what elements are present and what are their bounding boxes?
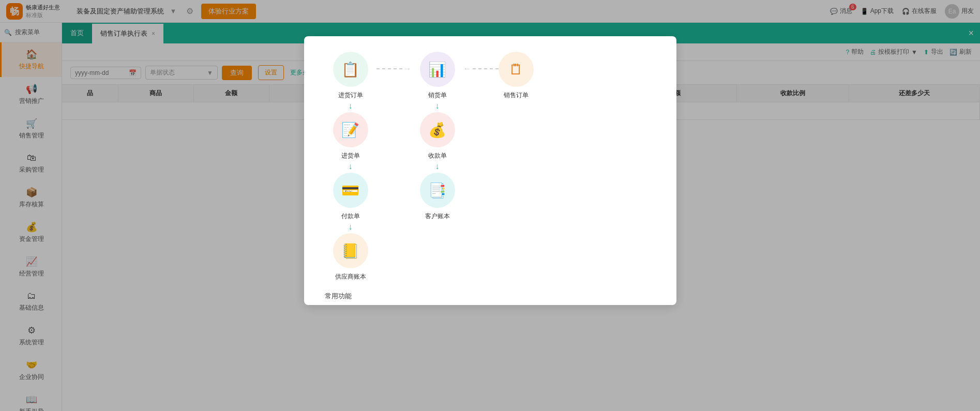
supplier-ledger-circle: 📒: [333, 233, 368, 268]
flow-col-left: 📋 进货订单 ↓ 📝 进货单 ↓ 💳 付款单 ↓ 📒: [325, 52, 376, 281]
common-functions-section: 常用功能 商品 往来单位 现存量(库存状况表) 现存量(库存分布表) 销售毛利分…: [325, 292, 656, 305]
h-arrow-right: ←: [463, 52, 499, 73]
arrow-down-2: ↓: [349, 160, 353, 173]
sales-order-circle: 🗒: [499, 52, 534, 87]
flow-item-purchase-bill[interactable]: 📝 进货单: [333, 112, 368, 160]
flow-item-sales-bill[interactable]: 📊 销货单: [420, 52, 455, 100]
flow-item-purchase-order[interactable]: 📋 进货订单: [333, 52, 368, 100]
arrow-down-5: ↓: [435, 160, 440, 173]
flow-col-right: 📊 销货单 ↓ 💰 收款单 ↓ 📑 客户账本: [412, 52, 463, 221]
receipt-circle: 💰: [420, 112, 455, 147]
flow-diagram: 📋 进货订单 ↓ 📝 进货单 ↓ 💳 付款单 ↓ 📒: [325, 52, 656, 281]
arrow-down-4: ↓: [435, 100, 440, 112]
common-functions-title: 常用功能: [325, 292, 656, 301]
purchase-order-circle: 📋: [333, 52, 368, 87]
payment-circle: 💳: [333, 173, 368, 208]
arrow-down-3: ↓: [349, 221, 353, 233]
quick-nav-popup: 📋 进货订单 ↓ 📝 进货单 ↓ 💳 付款单 ↓ 📒: [304, 36, 676, 305]
flow-item-supplier-ledger[interactable]: 📒 供应商账本: [333, 233, 368, 281]
h-arrow-left: →: [376, 52, 412, 73]
popup-content: 📋 进货订单 ↓ 📝 进货单 ↓ 💳 付款单 ↓ 📒: [304, 36, 676, 305]
customer-ledger-circle: 📑: [420, 173, 455, 208]
flow-item-customer-ledger[interactable]: 📑 客户账本: [420, 173, 455, 221]
dashed-arrow-2: ←: [463, 64, 499, 73]
flow-col-sales-order: 🗒 销售订单: [499, 52, 534, 100]
sales-bill-circle: 📊: [420, 52, 455, 87]
dashed-arrow: →: [376, 64, 412, 73]
purchase-bill-circle: 📝: [333, 112, 368, 147]
flow-item-receipt[interactable]: 💰 收款单: [420, 112, 455, 160]
flow-item-sales-order[interactable]: 🗒 销售订单: [499, 52, 534, 100]
quick-nav-overlay[interactable]: 📋 进货订单 ↓ 📝 进货单 ↓ 💳 付款单 ↓ 📒: [0, 0, 980, 411]
flow-item-payment[interactable]: 💳 付款单: [333, 173, 368, 221]
arrow-down-1: ↓: [349, 100, 353, 112]
